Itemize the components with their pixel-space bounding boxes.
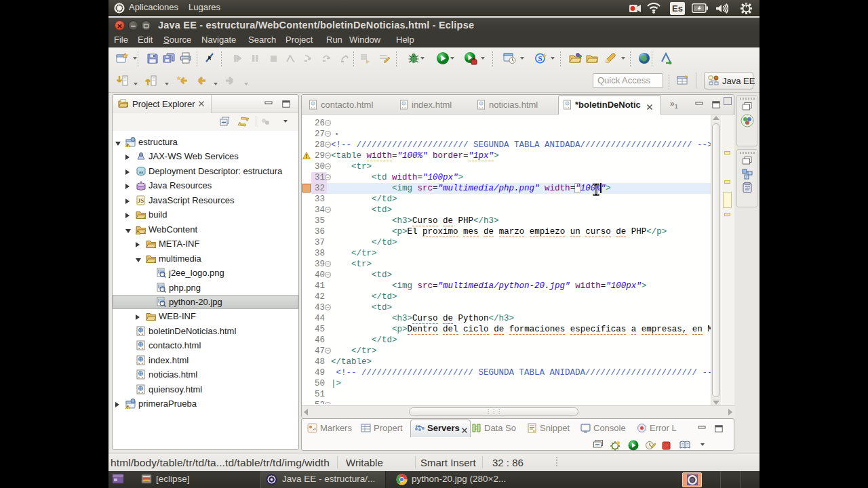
- svg-text:S: S: [538, 54, 542, 62]
- svg-text:JS: JS: [138, 197, 144, 204]
- svg-text:aa: aa: [139, 170, 144, 174]
